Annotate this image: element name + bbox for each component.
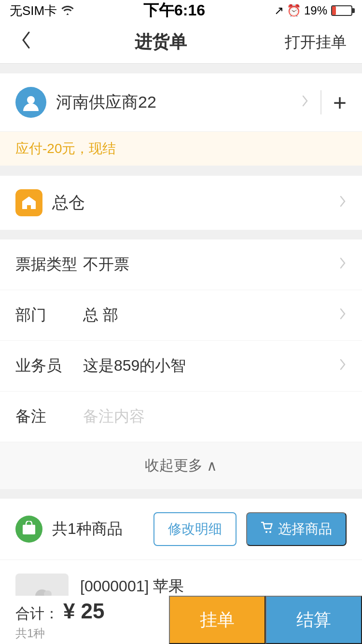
supplier-section: 河南供应商22 + 应付-20元，现结 — [0, 73, 362, 166]
warehouse-section: 总仓 — [0, 176, 362, 230]
status-right: ↗ ⏰ 19% — [274, 4, 352, 17]
section-gap-2 — [0, 166, 362, 176]
nav-bar: 进货单 打开挂单 — [0, 21, 362, 64]
warehouse-name: 总仓 — [52, 192, 339, 214]
remark-input[interactable]: 备注内容 — [83, 406, 347, 427]
wifi-icon — [61, 3, 74, 18]
status-time: 下午6:16 — [143, 0, 205, 21]
status-bar: 无SIM卡 下午6:16 ↗ ⏰ 19% — [0, 0, 362, 21]
page-title: 进货单 — [135, 30, 187, 54]
add-supplier-button[interactable]: + — [333, 89, 347, 116]
warehouse-row[interactable]: 总仓 — [0, 176, 362, 230]
select-products-button[interactable]: 选择商品 — [246, 512, 347, 546]
battery-percent: 19% — [304, 4, 327, 17]
bottom-bar: 合计： ¥ 25 共1种 挂单 结算 — [0, 596, 362, 644]
collapse-more-label: 收起更多 — [145, 456, 203, 476]
salesperson-row[interactable]: 业务员 这是859的小智 — [0, 341, 362, 392]
invoice-label: 票据类型 — [15, 254, 83, 275]
section-gap-4 — [0, 489, 362, 499]
open-pending-button[interactable]: 打开挂单 — [285, 32, 347, 53]
invoice-value: 不开票 — [83, 254, 339, 275]
total-line: 合计： ¥ 25 — [15, 599, 153, 624]
product-name: [0000001] 苹果 — [80, 576, 312, 597]
product-code: [0000001] — [80, 577, 153, 595]
carrier-text: 无SIM卡 — [10, 2, 57, 19]
warehouse-chevron-icon — [339, 194, 347, 212]
svg-point-0 — [27, 96, 35, 104]
cart-icon — [261, 521, 274, 537]
products-header: 共1种商品 修改明细 选择商品 — [0, 499, 362, 560]
total-section: 合计： ¥ 25 共1种 — [0, 599, 169, 641]
salesperson-chevron-icon — [339, 357, 347, 375]
section-gap-1 — [0, 64, 362, 73]
location-icon: ↗ — [274, 4, 284, 17]
battery-icon — [331, 5, 352, 16]
alarm-icon: ⏰ — [287, 4, 301, 17]
notice-bar: 应付-20元，现结 — [0, 132, 362, 166]
supplier-chevron-icon — [301, 94, 309, 112]
department-value: 总 部 — [83, 305, 339, 326]
supplier-name: 河南供应商22 — [56, 91, 301, 113]
status-carrier: 无SIM卡 — [10, 2, 74, 19]
products-count-label: 共1种商品 — [52, 518, 144, 540]
department-label: 部门 — [15, 305, 83, 326]
notice-text: 应付-20元，现结 — [15, 141, 116, 156]
invoice-chevron-icon — [339, 256, 347, 274]
invoice-row[interactable]: 票据类型 不开票 — [0, 239, 362, 290]
salesperson-value: 这是859的小智 — [83, 355, 339, 377]
select-products-label: 选择商品 — [278, 520, 332, 538]
department-chevron-icon — [339, 307, 347, 324]
form-section: 票据类型 不开票 部门 总 部 业务员 这是859的小智 备注 备注内容 — [0, 239, 362, 442]
svg-rect-1 — [23, 525, 35, 534]
salesperson-label: 业务员 — [15, 355, 83, 377]
total-count: 共1种 — [15, 626, 153, 641]
collapse-up-icon: ∧ — [207, 457, 217, 474]
collapse-more-button[interactable]: 收起更多 ∧ — [0, 442, 362, 489]
supplier-avatar — [15, 87, 46, 118]
total-amount: ¥ 25 — [63, 599, 105, 623]
divider — [320, 90, 321, 114]
remark-row[interactable]: 备注 备注内容 — [0, 392, 362, 442]
department-row[interactable]: 部门 总 部 — [0, 290, 362, 341]
products-icon — [15, 516, 42, 543]
svg-point-3 — [269, 531, 271, 533]
edit-details-button[interactable]: 修改明细 — [153, 512, 237, 546]
svg-point-2 — [265, 531, 267, 533]
remark-label: 备注 — [15, 406, 83, 427]
total-label: 合计： — [15, 605, 59, 621]
section-gap-3 — [0, 230, 362, 239]
pending-button[interactable]: 挂单 — [169, 596, 265, 644]
back-button[interactable] — [15, 26, 37, 59]
supplier-row[interactable]: 河南供应商22 + — [0, 73, 362, 132]
checkout-button[interactable]: 结算 — [265, 596, 362, 644]
warehouse-icon — [15, 189, 42, 216]
